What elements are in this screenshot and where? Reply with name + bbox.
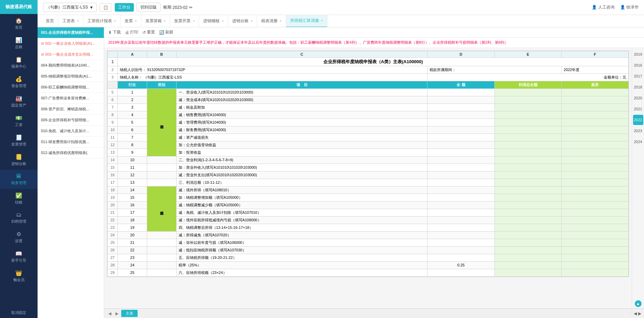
year-btn-2019[interactable]: 2019: [633, 49, 643, 59]
sidebar-item-ledger[interactable]: 📊 总账: [0, 33, 38, 53]
doc-label: （勾删）江西服宝-LSS: [46, 4, 88, 10]
tab-invoice-open-close[interactable]: ×: [193, 19, 195, 23]
left-panel-item-006[interactable]: 006-职工薪酬纳税调整明细...: [38, 82, 104, 93]
doc-selector[interactable]: （勾删）江西服宝-LSS ▼: [43, 3, 97, 12]
doc-dropdown-icon: ▼: [89, 5, 94, 10]
col-header-row: [108, 51, 118, 57]
sheet-tab-main[interactable]: 主表: [121, 310, 138, 317]
sidebar-item-home[interactable]: 🏠 首页: [0, 14, 38, 33]
sales-ledger-icon: 📒: [15, 154, 22, 160]
left-panel-item-002[interactable]: 002-一般企业收入明细表(A1...: [38, 38, 104, 49]
tab-income-tax-calc[interactable]: 所得税汇算清缴 ×: [286, 15, 327, 27]
period-edit-icon[interactable]: ✏: [189, 5, 193, 10]
sidebar-item-tax-mgmt[interactable]: 🏛 税务管理: [0, 170, 38, 189]
left-panel-item-010[interactable]: 010-免税、减计收入及加计...: [38, 126, 104, 137]
year-btn-2023[interactable]: 2023: [633, 126, 643, 136]
left-panel-item-005[interactable]: 005-纳税调整项目明细表(A1...: [38, 71, 104, 82]
tab-sales-verify[interactable]: 进销稽核 ×: [199, 15, 228, 27]
tab-home[interactable]: 首页: [42, 15, 58, 27]
col-header-c: C: [176, 51, 428, 57]
year-btn-2016[interactable]: 2016: [633, 60, 643, 70]
year-btn-2021[interactable]: 2021: [633, 104, 643, 114]
tab-sales-ledger-close[interactable]: ×: [251, 19, 253, 23]
table-row: 11 7 减：资产减值损失: [108, 134, 629, 141]
tab-payroll-stats-close[interactable]: ×: [114, 19, 116, 23]
download-btn[interactable]: ⬇ 下载: [108, 29, 121, 35]
main-area: （勾删）江西服宝-LSS ▼ 📋 工作台 切到旧版 账期 2023-02 ✏ 👤…: [38, 0, 644, 318]
tab-invoice-calc[interactable]: 发票算账 ×: [141, 15, 170, 27]
tab-invoice-close[interactable]: ×: [135, 19, 137, 23]
switch-old-btn[interactable]: 切到旧版: [137, 3, 160, 12]
sheet-wrapper[interactable]: A B C D E F: [104, 48, 632, 309]
table-row-taxpayer-name: 3 纳税人名称： （勾删）江西服宝-LSS 金额单位：元: [108, 73, 629, 81]
sheet-nav-prev[interactable]: ◀: [107, 311, 113, 316]
workbench-btn[interactable]: 工作台: [115, 3, 134, 12]
currency-cell: 金额单位：元: [428, 73, 629, 81]
header-row-diff: 差异: [561, 81, 628, 88]
period-label: 账期: [163, 4, 171, 10]
print-btn[interactable]: 🖨 打印: [125, 29, 138, 35]
col-header-d: D: [428, 51, 494, 57]
tab-income-tax-calc-close[interactable]: ×: [321, 19, 323, 23]
scroll-right-btn[interactable]: ▶: [638, 311, 641, 316]
sidebar-item-invoice-mgmt[interactable]: 🧾 发票管理: [0, 131, 38, 150]
left-panel-item-003[interactable]: 003-一般企业成本支出明细...: [38, 49, 104, 60]
table-row: 23 19 四、纳税调整后所得（13-14+15-16-17+18）: [108, 224, 629, 231]
sidebar-item-sales-ledger[interactable]: 📒 进销台账: [0, 150, 38, 170]
left-panel-item-009[interactable]: 009-企业所得税补亏损明细...: [38, 115, 104, 126]
year-btn-2020[interactable]: 2020: [633, 93, 643, 103]
tab-tax-clear[interactable]: 税表清册 ×: [257, 15, 286, 27]
sidebar-item-settlement[interactable]: ✅ 结账: [0, 189, 38, 208]
sidebar-item-payroll[interactable]: 💵 工资: [0, 111, 38, 131]
tab-invoice-open[interactable]: 发票开票 ×: [170, 15, 199, 27]
tab-tax-clear-close[interactable]: ×: [280, 19, 282, 23]
sidebar-item-report[interactable]: 📋 报表中心: [0, 53, 38, 72]
sidebar-item-new-guide[interactable]: 📖 新手引导: [0, 247, 38, 266]
header-row-index: 行次: [118, 81, 147, 88]
scroll-left-btn[interactable]: ◀: [634, 311, 637, 316]
tab-payroll[interactable]: 工资表 ×: [58, 15, 83, 27]
left-panel-item-001[interactable]: 001-企业所得税年度纳税申报...: [38, 27, 104, 38]
left-panel-item-004[interactable]: 004-期间费用明细表(A1040...: [38, 60, 104, 71]
tab-invoice[interactable]: 发票 ×: [121, 15, 141, 27]
sheet-nav-next[interactable]: ▶: [114, 311, 120, 316]
user-info: 👤 徐泽华: [620, 4, 639, 10]
sidebar-item-vip[interactable]: 👑 畅会员: [0, 266, 38, 286]
tab-payroll-close[interactable]: ×: [77, 19, 79, 23]
left-panel-item-012[interactable]: 012-减免所得税优惠明细表(.: [38, 148, 104, 158]
sidebar-item-asset-mgmt[interactable]: 💰 资金管理: [0, 72, 38, 92]
sidebar-item-fixed-asset[interactable]: 🏭 固定资产: [0, 92, 38, 111]
table-row: 29 25 六、应纳所得税额（23×24）: [108, 269, 629, 276]
app-logo: 畅捷通易代账: [0, 0, 38, 14]
expand-right-btn[interactable]: ▲: [635, 300, 642, 307]
fixed-asset-icon: 🏭: [15, 95, 22, 102]
refresh-btn[interactable]: 🔄 刷新: [159, 29, 173, 35]
copy-btn[interactable]: 📋: [99, 3, 112, 12]
sheet-title: 企业所得税年度纳税申报表（A类）主表(A100000): [118, 57, 629, 66]
year-btn-2018[interactable]: 2018: [633, 82, 643, 92]
reset-btn[interactable]: ↺ 重置: [142, 29, 155, 35]
download-icon: ⬇: [108, 30, 112, 35]
table-row: 15 11 加：营业外收入(填写A101010\101020\103000): [108, 164, 629, 171]
ai-label: 👤 人工咨询: [592, 4, 614, 10]
col-header-b: B: [147, 51, 176, 57]
sidebar-item-settings[interactable]: ⚙ 设置: [0, 227, 38, 247]
table-row: 20 16 减：纳税调整减少额（填写A105000）: [108, 201, 629, 209]
sidebar-item-archive[interactable]: 🗂 归档管理: [0, 208, 38, 227]
year-btn-2024[interactable]: 2024: [633, 137, 643, 147]
left-panel-item-008[interactable]: 008-资产折旧、摊销及纳税...: [38, 104, 104, 115]
tab-sales-verify-close[interactable]: ×: [222, 19, 224, 23]
year-btn-2022[interactable]: 2022: [633, 115, 643, 125]
cancel-fixed-button[interactable]: 取消固定: [0, 307, 38, 318]
table-row: 25 21 减：弥补以前年度亏损（填写A106000）: [108, 239, 629, 246]
left-panel-item-007[interactable]: 007-广告费和业务宣传费摊...: [38, 93, 104, 104]
tab-sales-ledger[interactable]: 进销台账 ×: [228, 15, 257, 27]
table-row: 12 8 加：公允价值变动收益: [108, 141, 629, 149]
year-btn-2017[interactable]: 2017: [633, 71, 643, 81]
report-icon: 📋: [15, 56, 22, 63]
left-panel-item-011[interactable]: 011-研发费用加计扣除优惠...: [38, 137, 104, 148]
period-value: 2023-02: [173, 5, 188, 10]
tab-invoice-calc-close[interactable]: ×: [164, 19, 166, 23]
tab-payroll-stats[interactable]: 工资统计报表 ×: [83, 15, 121, 27]
asset-mgmt-icon: 💰: [15, 76, 22, 82]
